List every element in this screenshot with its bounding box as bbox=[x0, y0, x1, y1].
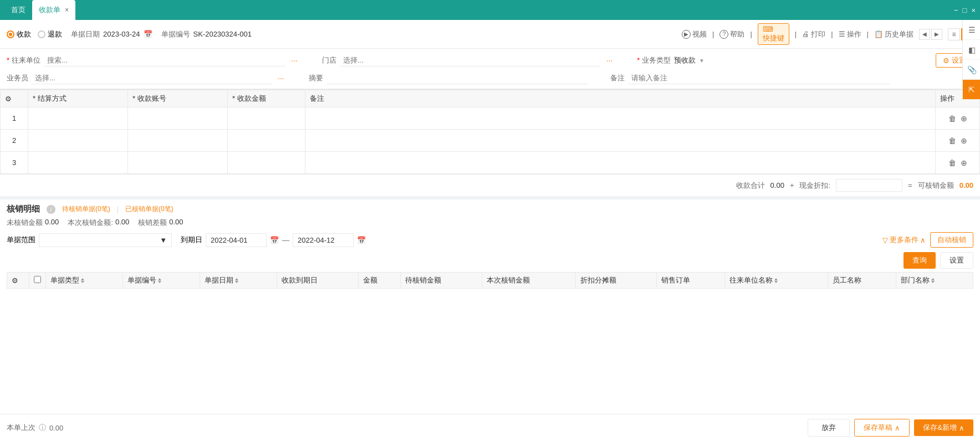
operate-btn[interactable]: ☰ 操作 bbox=[839, 29, 861, 39]
date-to-icon[interactable]: 📅 bbox=[357, 236, 366, 244]
vth-doc-type: 单据类型 bbox=[46, 273, 123, 289]
video-btn[interactable]: ▶ 视频 bbox=[682, 29, 707, 39]
shortcuts-btn[interactable]: ⌨ 快捷键 bbox=[758, 23, 789, 45]
table-row: 1 🗑 ⊕ bbox=[1, 107, 980, 130]
row-amount-3[interactable] bbox=[228, 152, 305, 174]
right-panel-icon-4[interactable]: ⇱ bbox=[963, 80, 980, 100]
counterpart-more-btn[interactable]: ··· bbox=[289, 56, 300, 65]
row-copy-icon-2[interactable]: ⊕ bbox=[961, 136, 967, 145]
vth-gear[interactable]: ⚙ bbox=[7, 273, 29, 289]
next-arrow[interactable]: ▶ bbox=[931, 29, 942, 40]
verify-settings-btn[interactable]: 设置 bbox=[940, 252, 973, 269]
salesperson-field: 业务员 ··· bbox=[7, 72, 287, 84]
filter-right: ▽ 更多条件 ∧ 自动核销 bbox=[882, 232, 973, 248]
row-no-3: 3 bbox=[1, 152, 28, 174]
verify-info-icon: i bbox=[47, 205, 55, 214]
receipt-radio-label: 收款 bbox=[17, 29, 31, 39]
close-icon[interactable]: × bbox=[971, 6, 976, 14]
vth-current-cancel: 本次核销金额 bbox=[482, 273, 575, 289]
tab-receipt[interactable]: 收款单 × bbox=[32, 0, 75, 20]
row-delete-icon-1[interactable]: 🗑 bbox=[948, 114, 956, 123]
right-panel-icon-1[interactable]: ☰ bbox=[963, 20, 980, 40]
history-btn[interactable]: 📋 历史单据 bbox=[874, 29, 913, 39]
verify-section: 核销明细 i 待核销单据(0笔) | 已核销单据(0笔) 未核销金额 0.00 … bbox=[0, 196, 980, 414]
row-account-2[interactable] bbox=[128, 130, 228, 152]
receipt-radio[interactable]: 收款 bbox=[7, 29, 31, 39]
receipt-type-group: 收款 退款 bbox=[7, 29, 62, 39]
salesperson-input[interactable] bbox=[32, 72, 272, 84]
sort-doc-no[interactable] bbox=[158, 278, 161, 283]
footer-info-icon[interactable]: ⓘ bbox=[39, 423, 46, 433]
abandon-btn[interactable]: 放弃 bbox=[808, 419, 850, 437]
summary-input[interactable] bbox=[326, 72, 589, 84]
sort-doc-type[interactable] bbox=[81, 278, 84, 283]
vth-checkbox[interactable] bbox=[29, 273, 46, 289]
biz-type-label: 业务类型 bbox=[637, 55, 671, 65]
refund-radio[interactable]: 退款 bbox=[38, 29, 62, 39]
row-remark-1[interactable] bbox=[305, 107, 936, 130]
list-view-btn[interactable]: ≡ bbox=[948, 28, 960, 40]
vth-doc-no: 单据编号 bbox=[123, 273, 200, 289]
biz-type-arrow[interactable]: ▼ bbox=[699, 58, 705, 64]
row-settlement-3[interactable] bbox=[28, 152, 128, 174]
sort-dept[interactable] bbox=[931, 278, 935, 283]
pending-verify-tab[interactable]: 待核销单据(0笔) bbox=[62, 204, 110, 214]
date-to-input[interactable] bbox=[293, 233, 354, 247]
salesperson-more-btn[interactable]: ··· bbox=[275, 74, 287, 83]
done-verify-tab[interactable]: 已核销单据(0笔) bbox=[125, 204, 173, 214]
right-panel-icon-2[interactable]: ◧ bbox=[963, 40, 980, 60]
sort-counterpart[interactable] bbox=[774, 278, 778, 283]
discount-input[interactable] bbox=[836, 179, 902, 192]
prev-arrow[interactable]: ◀ bbox=[919, 29, 930, 40]
maximize-icon[interactable]: □ bbox=[963, 6, 967, 14]
vth-amount: 金额 bbox=[358, 273, 401, 289]
summary-label: 摘要 bbox=[309, 73, 323, 83]
range-select[interactable]: ▼ bbox=[39, 233, 172, 247]
query-btn[interactable]: 查询 bbox=[904, 252, 936, 269]
settings-icon: ⚙ bbox=[943, 57, 950, 65]
select-all-checkbox[interactable] bbox=[34, 276, 41, 283]
receipt-radio-dot bbox=[7, 30, 14, 38]
row-copy-icon-3[interactable]: ⊕ bbox=[961, 158, 967, 167]
query-buttons: 查询 设置 bbox=[7, 252, 973, 269]
more-conditions-btn[interactable]: ▽ 更多条件 ∧ bbox=[882, 235, 926, 245]
right-panel-icon-3[interactable]: 📎 bbox=[963, 60, 980, 80]
tab-close-icon[interactable]: × bbox=[65, 6, 69, 14]
row-no-1: 1 bbox=[1, 107, 28, 130]
row-settlement-2[interactable] bbox=[28, 130, 128, 152]
help-btn[interactable]: ? 帮助 bbox=[719, 29, 744, 39]
print-btn[interactable]: 🖨 打印 bbox=[802, 29, 825, 39]
row-amount-1[interactable] bbox=[228, 107, 305, 130]
current-value: 0.00 bbox=[115, 218, 129, 228]
sort-doc-date[interactable] bbox=[235, 278, 238, 283]
row-delete-icon-3[interactable]: 🗑 bbox=[948, 158, 956, 167]
auto-verify-btn[interactable]: 自动核销 bbox=[930, 232, 973, 248]
date-from-input[interactable] bbox=[206, 233, 267, 247]
save-new-btn[interactable]: 保存&新增 ∧ bbox=[914, 419, 973, 436]
save-new-arrow[interactable]: ∧ bbox=[959, 424, 964, 432]
remark-field: 备注 bbox=[610, 72, 890, 84]
counterpart-input[interactable] bbox=[44, 54, 285, 66]
remark-input[interactable] bbox=[628, 72, 890, 84]
th-gear[interactable]: ⚙ bbox=[1, 90, 28, 107]
row-remark-2[interactable] bbox=[305, 130, 936, 152]
store-label: 门店 bbox=[322, 55, 336, 65]
store-input[interactable] bbox=[340, 54, 601, 66]
store-more-btn[interactable]: ··· bbox=[604, 56, 615, 65]
row-settlement-1[interactable] bbox=[28, 107, 128, 130]
row-copy-icon-1[interactable]: ⊕ bbox=[961, 114, 967, 123]
row-delete-icon-2[interactable]: 🗑 bbox=[948, 136, 956, 145]
calendar-icon[interactable]: 📅 bbox=[144, 30, 152, 38]
row-amount-2[interactable] bbox=[228, 130, 305, 152]
row-account-1[interactable] bbox=[128, 107, 228, 130]
total-value: 0.00 bbox=[770, 181, 784, 189]
tab-home[interactable]: 首页 bbox=[4, 0, 32, 20]
diff-stat: 核销差额 0.00 bbox=[138, 218, 183, 228]
row-remark-3[interactable] bbox=[305, 152, 936, 174]
row-account-3[interactable] bbox=[128, 152, 228, 174]
minimize-icon[interactable]: − bbox=[954, 6, 958, 14]
uncanceled-label: 未核销金额 bbox=[7, 218, 43, 228]
save-draft-btn[interactable]: 保存草稿 ∧ bbox=[854, 419, 910, 437]
save-draft-arrow[interactable]: ∧ bbox=[895, 424, 900, 432]
date-from-icon[interactable]: 📅 bbox=[270, 236, 279, 244]
